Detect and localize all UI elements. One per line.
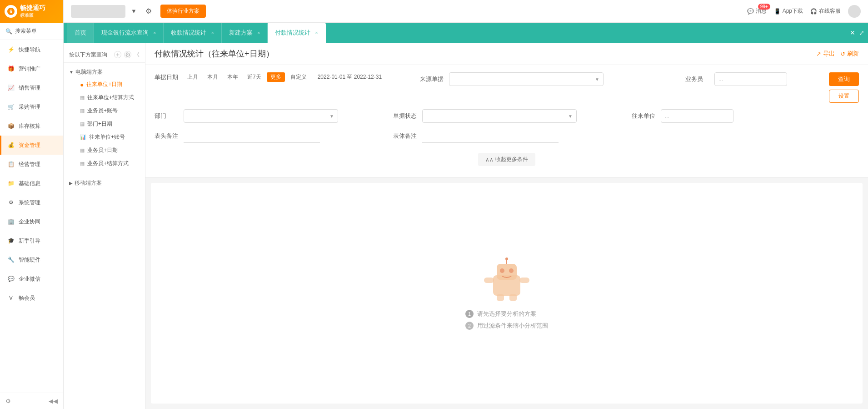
tab-close-all-icon[interactable]: ✕ (850, 29, 855, 36)
scheme-item-label: 业务员+日期 (87, 146, 118, 154)
messages-badge: 99+ (758, 4, 770, 10)
counterpart-select[interactable]: ... (661, 109, 733, 123)
scheme-active-icon: ● (80, 81, 84, 88)
export-btn[interactable]: ↗ 导出 (816, 50, 835, 58)
sidebar-item-inventory[interactable]: 📦 库存核算 (0, 116, 63, 136)
operation-icon: 📋 (7, 160, 15, 168)
sidebar-item-guide[interactable]: 🎓 新手引导 (0, 231, 63, 250)
tab-bank-flow[interactable]: 现金银行流水查询 × (94, 23, 164, 43)
date-option-this-month[interactable]: 本月 (204, 72, 222, 82)
tab-payment-stats2[interactable]: 付款情况统计 × (268, 23, 325, 43)
topbar-settings-icon[interactable]: ⚙ (142, 5, 155, 18)
sidebar-item-vip[interactable]: V 畅会员 (0, 288, 63, 308)
sidebar-item-label: 经营管理 (19, 161, 40, 168)
scheme-item-dept-date[interactable]: ▦ 部门+日期 (69, 117, 140, 131)
tab-maximize-icon[interactable]: ⤢ (859, 29, 864, 36)
scheme-item-salesman-settlement[interactable]: ▦ 业务员+结算方式 (69, 157, 140, 170)
sidebar: 6 畅捷通巧 标准版 🔍 搜索菜单 ⚡ 快捷导航 🎁 营销推广 📈 销售管理 🛒… (0, 0, 64, 409)
collapse-up-icon: ∧∧ (485, 157, 494, 163)
salesman-select[interactable]: ... (714, 72, 787, 86)
sidebar-item-sales[interactable]: 📈 销售管理 (0, 78, 63, 97)
company-dropdown[interactable]: ▼ (131, 8, 137, 15)
date-option-last-7days[interactable]: 近7天 (244, 72, 265, 82)
trial-btn[interactable]: 体验行业方案 (160, 5, 206, 18)
sidebar-settings-icon[interactable]: ⚙ (5, 398, 11, 404)
sidebar-item-operation[interactable]: 📋 经营管理 (0, 155, 63, 174)
vip-icon: V (7, 294, 15, 302)
scheme-item-counterpart-date[interactable]: ● 往来单位+日期 (69, 78, 140, 91)
source-select[interactable]: ▼ (449, 72, 604, 86)
scheme-icon: ▦ (80, 147, 85, 153)
collapse-btn[interactable]: ∧∧ 收起更多条件 (478, 153, 535, 166)
date-label: 单据日期 (155, 73, 180, 81)
tab-close-icon[interactable]: × (153, 30, 156, 35)
scheme-panel-header: 按以下方案查询 + ⚙ 《 (64, 47, 145, 63)
smart-hw-icon: 🔧 (7, 256, 15, 264)
table-header-note-input[interactable] (184, 129, 320, 143)
sidebar-item-smart-hw[interactable]: 🔧 智能硬件 (0, 250, 63, 269)
tab-close-icon[interactable]: × (315, 30, 318, 35)
sidebar-item-marketing[interactable]: 🎁 营销推广 (0, 59, 63, 78)
svg-rect-10 (497, 294, 504, 301)
mobile-schemes: ▶ 移动端方案 (64, 174, 145, 192)
filter-row-2: 部门 ▼ 单据状态 ▼ 往来单位 (155, 109, 859, 123)
scheme-collapse-icon[interactable]: 《 (134, 51, 140, 59)
dept-select[interactable]: ▼ (184, 109, 338, 123)
tab-close-icon[interactable]: × (211, 30, 214, 35)
voucher-status-select[interactable]: ▼ (422, 109, 577, 123)
sidebar-item-capital[interactable]: 💰 资金管理 (0, 136, 63, 155)
filter-settings-btn[interactable]: 设置 (829, 90, 859, 103)
collapse-btn-label: 收起更多条件 (495, 156, 528, 163)
sidebar-footer: ⚙ ◀◀ (0, 393, 63, 409)
scheme-item-salesman-account[interactable]: ▦ 业务员+账号 (69, 104, 140, 117)
sidebar-search[interactable]: 🔍 搜索菜单 (0, 23, 63, 40)
desktop-category-title[interactable]: ▼ 电脑端方案 (69, 66, 140, 78)
scheme-item-salesman-date[interactable]: ▦ 业务员+日期 (69, 144, 140, 157)
sidebar-item-corp[interactable]: 🏢 企业协同 (0, 212, 63, 231)
date-option-this-year[interactable]: 本年 (224, 72, 242, 82)
scheme-item-counterpart-settlement[interactable]: ▦ 往来单位+结算方式 (69, 91, 140, 104)
counterpart-placeholder: ... (665, 113, 669, 119)
sidebar-collapse-icon[interactable]: ◀◀ (49, 398, 58, 404)
capital-icon: 💰 (7, 141, 15, 149)
source-dropdown-icon: ▼ (595, 77, 599, 82)
tip-text-1: 请先选择要分析的方案 (477, 310, 536, 318)
date-option-last-month[interactable]: 上月 (184, 72, 202, 82)
date-option-custom[interactable]: 自定义 (287, 72, 310, 82)
tab-new-scheme[interactable]: 新建方案 × (222, 23, 268, 43)
source-filter: 来源单据 ▼ (420, 72, 685, 86)
tab-home[interactable]: 首页 (67, 23, 94, 43)
online-service-label: 在线客服 (819, 7, 841, 15)
date-option-more[interactable]: 更多 (267, 72, 285, 82)
query-btn[interactable]: 查询 (829, 72, 859, 86)
tab-close-icon[interactable]: × (257, 30, 260, 35)
sidebar-item-label: 采购管理 (19, 103, 40, 111)
filter-row-1: 单据日期 上月 本月 本年 近7天 更多 自定义 2022-01-01 至 20… (155, 72, 859, 103)
online-service-btn[interactable]: 🎧 在线客服 (810, 7, 841, 15)
message-icon: 💬 (747, 8, 754, 15)
scheme-settings-icon[interactable]: ⚙ (124, 51, 131, 58)
sidebar-item-label: 营销推广 (19, 65, 40, 73)
tab-payment-stats[interactable]: 收款情况统计 × (164, 23, 221, 43)
salesman-placeholder: ... (718, 76, 723, 82)
corp-icon: 🏢 (7, 217, 15, 226)
scheme-item-label: 往来单位+日期 (86, 81, 122, 88)
app-download-btn[interactable]: 📱 App下载 (774, 7, 803, 15)
sidebar-item-purchase[interactable]: 🛒 采购管理 (0, 97, 63, 116)
sidebar-item-quick-nav[interactable]: ⚡ 快捷导航 (0, 40, 63, 59)
user-avatar[interactable] (848, 5, 861, 18)
inventory-icon: 📦 (7, 122, 15, 130)
sidebar-item-system[interactable]: ⚙ 系统管理 (0, 193, 63, 212)
scheme-item-counterpart-account[interactable]: 📊 往来单位+账号 (69, 131, 140, 144)
messages-btn[interactable]: 💬 消息 99+ (747, 7, 767, 15)
scheme-add-icon[interactable]: + (114, 51, 121, 58)
table-body-note-input[interactable] (422, 129, 559, 143)
sidebar-item-wechat[interactable]: 💬 企业微信 (0, 269, 63, 288)
sidebar-item-basic-info[interactable]: 📁 基础信息 (0, 174, 63, 193)
scheme-icon: ▦ (80, 108, 85, 114)
mobile-label: 移动端方案 (75, 179, 102, 187)
sidebar-item-label: 企业微信 (19, 275, 40, 283)
mobile-category-title[interactable]: ▶ 移动端方案 (69, 177, 140, 189)
refresh-btn[interactable]: ↺ 刷新 (840, 50, 859, 58)
date-filter: 单据日期 上月 本月 本年 近7天 更多 自定义 2022-01-01 至 20… (155, 72, 420, 82)
